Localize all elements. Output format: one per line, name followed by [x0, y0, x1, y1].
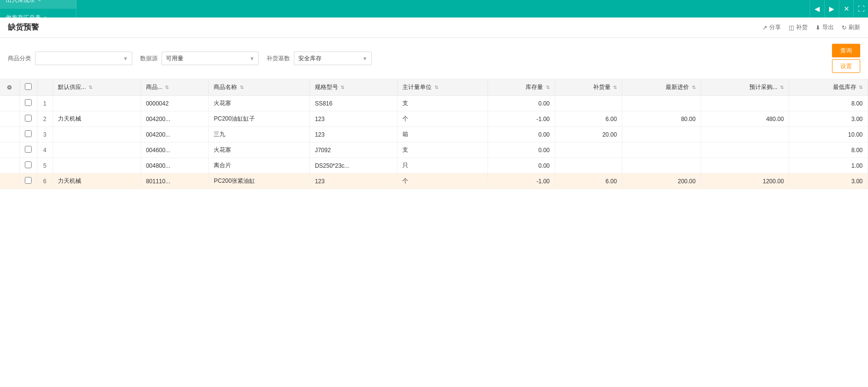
row-replenish-qty: 6.00: [555, 111, 622, 127]
th-min-stock-label: 最低库存: [833, 84, 856, 90]
table-row[interactable]: 6 力天机械 801110... PC200张紧油缸 123 个 -1.00 6…: [0, 174, 868, 189]
nav-tabs: 首页拣货异常处理×现存量（库存状况表）×现存量（库存分布表）×库存批次账×出入库…: [0, 0, 76, 18]
th-stock[interactable]: 库存量 ⇅: [488, 79, 555, 96]
replenish-select[interactable]: 安全库存 ▼: [294, 52, 372, 65]
table-row[interactable]: 2 力天机械 004200... PC200油缸缸子 123 个 -1.00 6…: [0, 111, 868, 127]
page-container: 缺货预警 ↗ 分享 ◫ 补货 ⬇ 导出 ↻ 刷新 商品分类: [0, 18, 868, 387]
datasource-label: 数据源: [140, 54, 158, 63]
th-default-supplier[interactable]: 默认供应... ⇅: [53, 79, 141, 96]
row-product-name: PC200油缸缸子: [209, 111, 310, 127]
table-row[interactable]: 1 0000042 火花塞 SS816 支 0.00 8.00: [0, 96, 868, 111]
header-actions: ↗ 分享 ◫ 补货 ⬇ 导出 ↻ 刷新: [762, 23, 860, 32]
row-replenish-qty: [555, 96, 622, 111]
table-row[interactable]: 4 004600... 火花塞 J7092 支 0.00 8.00: [0, 142, 868, 158]
row-num-cell: 6: [37, 174, 53, 189]
row-checkbox-0[interactable]: [25, 99, 32, 106]
row-est-purchase: 480.00: [701, 111, 789, 127]
row-unit: 个: [398, 174, 488, 189]
th-est-purchase[interactable]: 预计采购... ⇅: [701, 79, 789, 96]
th-product-code[interactable]: 商品... ⇅: [141, 79, 209, 96]
share-btn[interactable]: ↗ 分享: [762, 23, 781, 32]
sort-min-stock-icon: ⇅: [859, 85, 863, 90]
close-tab-icon-6[interactable]: ×: [44, 15, 47, 18]
row-gear-cell: [0, 111, 19, 127]
refresh-btn[interactable]: ↻ 刷新: [842, 23, 860, 32]
query-button[interactable]: 查询: [832, 44, 860, 57]
row-checkbox-cell[interactable]: [19, 142, 37, 158]
row-min-stock: 3.00: [789, 174, 868, 189]
row-est-purchase: [701, 158, 789, 174]
category-select[interactable]: ▼: [35, 52, 132, 65]
th-gear[interactable]: ⚙: [0, 79, 19, 96]
nav-close-btn[interactable]: ✕: [839, 0, 853, 18]
th-latest-price-label: 最新进价: [666, 84, 689, 90]
row-checkbox-4[interactable]: [25, 161, 32, 168]
category-filter-group: 商品分类 ▼: [8, 52, 132, 65]
sort-stock-icon: ⇅: [546, 85, 550, 90]
row-min-stock: 8.00: [789, 96, 868, 111]
datasource-select[interactable]: 可用量 ▼: [162, 52, 259, 65]
row-num-cell: 1: [37, 96, 53, 111]
row-replenish-qty: 6.00: [555, 174, 622, 189]
row-replenish-qty: 20.00: [555, 127, 622, 142]
row-num-cell: 4: [37, 142, 53, 158]
nav-prev-btn[interactable]: ◀: [810, 0, 824, 18]
share-icon: ↗: [762, 24, 767, 31]
row-gear-cell: [0, 96, 19, 111]
table-row[interactable]: 3 004200... 三九 123 箱 0.00 20.00 10.00: [0, 127, 868, 142]
row-checkbox-cell[interactable]: [19, 174, 37, 189]
th-latest-price[interactable]: 最新进价 ⇅: [622, 79, 701, 96]
row-replenish-qty: [555, 142, 622, 158]
export-btn[interactable]: ⬇ 导出: [815, 23, 834, 32]
row-spec: SS816: [310, 96, 398, 111]
row-est-purchase: 1200.00: [701, 174, 789, 189]
page-title: 缺货预警: [8, 22, 762, 33]
sort-name-icon: ⇅: [240, 85, 244, 90]
nav-controls: ◀ ▶ ✕ ⛶: [810, 0, 868, 18]
row-latest-price: [622, 96, 701, 111]
table-row[interactable]: 5 004800... 离合片 DS250*23c... 只 0.00 1.00: [0, 158, 868, 174]
replenish-btn[interactable]: ◫ 补货: [789, 23, 808, 32]
sort-supplier-icon: ⇅: [89, 85, 92, 90]
nav-tab-6[interactable]: 收发存汇总表×: [0, 9, 76, 18]
settings-button[interactable]: 设置: [832, 59, 860, 73]
row-latest-price: [622, 142, 701, 158]
row-stock: 0.00: [488, 158, 555, 174]
row-checkbox-cell[interactable]: [19, 127, 37, 142]
nav-tab-5[interactable]: 出入库流水×: [0, 0, 76, 9]
row-latest-price: [622, 127, 701, 142]
th-spec[interactable]: 规格型号 ⇅: [310, 79, 398, 96]
th-replenish-qty[interactable]: 补货量 ⇅: [555, 79, 622, 96]
select-all-checkbox[interactable]: [25, 83, 32, 90]
row-stock: -1.00: [488, 174, 555, 189]
row-checkbox-cell[interactable]: [19, 96, 37, 111]
row-min-stock: 3.00: [789, 111, 868, 127]
row-checkbox-cell[interactable]: [19, 158, 37, 174]
th-checkbox[interactable]: [19, 79, 37, 96]
row-spec: 123: [310, 174, 398, 189]
nav-next-btn[interactable]: ▶: [824, 0, 839, 18]
replenish-icon: ◫: [789, 24, 794, 31]
row-latest-price: 200.00: [622, 174, 701, 189]
row-checkbox-1[interactable]: [25, 115, 32, 122]
row-product-code: 004200...: [141, 111, 209, 127]
replenish-chevron-icon: ▼: [362, 56, 367, 61]
row-checkbox-3[interactable]: [25, 146, 32, 153]
row-checkbox-2[interactable]: [25, 130, 32, 137]
row-checkbox-5[interactable]: [25, 177, 32, 184]
th-stock-label: 库存量: [525, 84, 543, 90]
nav-fullscreen-btn[interactable]: ⛶: [853, 0, 868, 18]
row-product-code: 801110...: [141, 174, 209, 189]
sort-replenish-icon: ⇅: [613, 85, 617, 90]
row-checkbox-cell[interactable]: [19, 111, 37, 127]
close-tab-icon-5[interactable]: ×: [38, 0, 41, 3]
th-min-stock[interactable]: 最低库存 ⇅: [789, 79, 868, 96]
category-chevron-icon: ▼: [123, 56, 128, 61]
th-unit[interactable]: 主计量单位 ⇅: [398, 79, 488, 96]
row-product-code: 004800...: [141, 158, 209, 174]
row-num-cell: 5: [37, 158, 53, 174]
row-stock: 0.00: [488, 96, 555, 111]
th-product-name[interactable]: 商品名称 ⇅: [209, 79, 310, 96]
category-label: 商品分类: [8, 54, 31, 63]
replenish-filter-group: 补货基数 安全库存 ▼: [267, 52, 372, 65]
